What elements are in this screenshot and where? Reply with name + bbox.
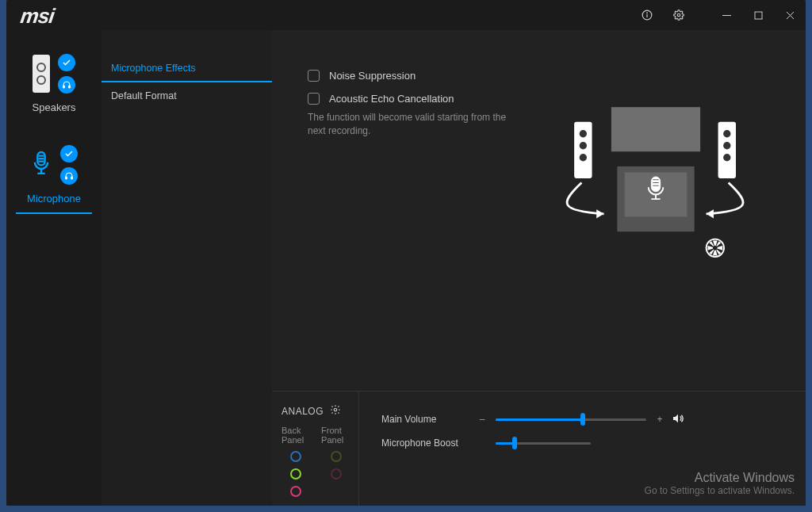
jack-front-1[interactable]: [331, 451, 342, 462]
checkbox-label: Acoustic Echo Cancellation: [329, 93, 454, 105]
boost-row: Microphone Boost: [381, 431, 783, 455]
microphone-label: Microphone: [27, 193, 81, 204]
sub-navigation: Microphone Effects Default Format: [102, 30, 272, 506]
echo-illustration: [530, 70, 782, 375]
headphone-badge-icon: [60, 167, 78, 185]
checkbox-noise-suppression[interactable]: Noise Suppression: [308, 70, 530, 82]
check-badge-icon: [58, 54, 75, 71]
sliders-panel: Main Volume – + Microphone Boost: [359, 392, 806, 506]
svg-rect-18: [611, 107, 700, 151]
minimize-button[interactable]: [710, 0, 742, 30]
svg-point-38: [713, 246, 718, 250]
device-sidebar: Speakers: [6, 30, 102, 506]
aec-note: The function will become valid starting …: [308, 111, 514, 138]
subnav-label: Microphone Effects: [111, 63, 196, 74]
svg-point-28: [580, 130, 587, 137]
main-panel: Noise Suppression Acoustic Echo Cancella…: [272, 30, 806, 506]
windows-activation-watermark: Activate Windows Go to Settings to activ…: [645, 471, 795, 496]
front-panel-label: Front Panel: [321, 426, 350, 445]
plus-icon[interactable]: +: [654, 414, 665, 425]
svg-point-34: [723, 154, 730, 161]
sidebar-item-speakers[interactable]: Speakers: [6, 54, 102, 113]
bottom-panel: ANALOG Back Panel Front P: [272, 391, 806, 506]
microphone-icon: [30, 150, 52, 180]
fan-icon: [707, 239, 724, 257]
volume-icon[interactable]: [672, 412, 684, 427]
boost-slider[interactable]: [496, 442, 591, 445]
checkbox-icon: [308, 70, 320, 82]
svg-point-39: [334, 408, 337, 411]
brand-logo: msi: [19, 4, 56, 29]
effects-area: Noise Suppression Acoustic Echo Cancella…: [272, 30, 806, 391]
boost-label: Microphone Boost: [381, 437, 477, 449]
sidebar-item-microphone[interactable]: Microphone: [6, 145, 102, 204]
svg-rect-16: [66, 177, 67, 179]
checkbox-label: Noise Suppression: [329, 70, 416, 82]
svg-rect-17: [71, 177, 73, 179]
svg-rect-5: [755, 12, 762, 19]
info-icon[interactable]: [631, 0, 663, 30]
jack-front-2[interactable]: [331, 468, 342, 480]
svg-point-33: [723, 142, 730, 149]
jack-blue[interactable]: [290, 451, 301, 462]
watermark-title: Activate Windows: [645, 471, 795, 485]
svg-point-30: [580, 154, 587, 161]
svg-point-2: [647, 13, 648, 13]
svg-rect-21: [651, 177, 660, 192]
svg-marker-36: [707, 209, 714, 218]
svg-point-3: [677, 13, 680, 17]
check-badge-icon: [60, 145, 78, 162]
subnav-item-default-format[interactable]: Default Format: [102, 82, 272, 109]
analog-title: ANALOG: [282, 406, 324, 417]
jack-lime[interactable]: [290, 468, 301, 480]
main-volume-row: Main Volume – +: [381, 407, 783, 431]
app-window: msi: [6, 0, 806, 506]
subnav-item-effects[interactable]: Microphone Effects: [102, 55, 272, 82]
watermark-subtitle: Go to Settings to activate Windows.: [645, 485, 795, 496]
minus-icon[interactable]: –: [477, 414, 488, 425]
analog-panel: ANALOG Back Panel Front P: [272, 392, 359, 506]
svg-marker-35: [596, 209, 603, 218]
gear-icon[interactable]: [330, 404, 341, 418]
maximize-button[interactable]: [742, 0, 774, 30]
svg-rect-8: [63, 86, 65, 88]
main-volume-label: Main Volume: [381, 414, 477, 425]
checkbox-icon: [308, 93, 320, 105]
headphone-badge-icon: [58, 76, 75, 94]
close-button[interactable]: [774, 0, 806, 30]
checkbox-aec[interactable]: Acoustic Echo Cancellation: [308, 93, 530, 105]
settings-icon[interactable]: [663, 0, 695, 30]
speaker-icon: [33, 55, 50, 93]
svg-point-29: [580, 142, 587, 149]
subnav-label: Default Format: [111, 90, 177, 101]
main-volume-slider[interactable]: [496, 418, 646, 421]
titlebar: msi: [6, 0, 806, 30]
svg-point-32: [723, 130, 730, 137]
jack-pink[interactable]: [290, 486, 301, 497]
svg-rect-9: [69, 86, 71, 88]
speakers-label: Speakers: [33, 101, 76, 113]
back-panel-label: Back Panel: [282, 426, 310, 445]
